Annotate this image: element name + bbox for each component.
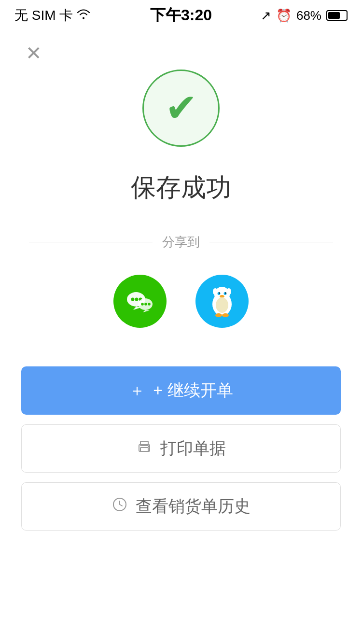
- share-qq-button[interactable]: [195, 275, 249, 328]
- alarm-icon: ⏰: [276, 8, 292, 23]
- continue-button[interactable]: ＋ + 继续开单: [21, 366, 341, 415]
- continue-label: + 继续开单: [153, 379, 233, 402]
- plus-icon: ＋: [129, 379, 145, 402]
- action-buttons: ＋ + 继续开单 打印单据 查看销货单历: [0, 366, 362, 531]
- status-time: 下午3:20: [150, 5, 212, 26]
- print-icon: [136, 438, 153, 459]
- status-bar: 无 SIM 卡 下午3:20 ↗ ⏰ 68%: [0, 0, 362, 31]
- history-icon: [111, 496, 128, 517]
- share-icons: [113, 275, 249, 328]
- share-label: 分享到: [153, 234, 209, 251]
- qq-icon: [207, 285, 237, 318]
- svg-point-12: [219, 293, 220, 294]
- svg-point-18: [213, 288, 218, 295]
- share-wechat-button[interactable]: [113, 275, 167, 328]
- success-title: 保存成功: [131, 171, 231, 205]
- location-icon: ↗: [261, 8, 271, 23]
- svg-point-16: [215, 313, 222, 317]
- close-button[interactable]: ✕: [19, 39, 48, 68]
- print-button[interactable]: 打印单据: [21, 424, 341, 473]
- history-button[interactable]: 查看销货单历史: [21, 482, 341, 531]
- svg-point-19: [226, 288, 231, 295]
- svg-point-1: [131, 298, 135, 301]
- svg-point-13: [225, 293, 226, 294]
- print-label: 打印单据: [160, 437, 226, 460]
- checkmark-icon: ✔: [165, 89, 197, 127]
- svg-point-5: [141, 303, 144, 306]
- svg-point-23: [148, 446, 150, 448]
- battery-icon: [326, 10, 348, 21]
- divider-left: [29, 242, 153, 242]
- close-icon: ✕: [26, 42, 42, 64]
- svg-point-17: [222, 313, 229, 317]
- history-label: 查看销货单历史: [136, 495, 251, 518]
- wechat-icon: [124, 285, 156, 318]
- battery-percent: 68%: [296, 8, 321, 23]
- svg-point-2: [135, 298, 139, 301]
- sim-status: 无 SIM 卡: [14, 6, 73, 25]
- divider-right: [209, 242, 333, 242]
- svg-point-7: [148, 303, 151, 306]
- svg-point-6: [144, 303, 147, 306]
- main-content: ✔ 保存成功 分享到: [0, 31, 362, 531]
- status-left: 无 SIM 卡: [14, 6, 90, 25]
- wifi-icon: [77, 8, 90, 23]
- success-circle: ✔: [142, 70, 220, 147]
- status-right: ↗ ⏰ 68%: [261, 8, 348, 23]
- svg-point-15: [216, 297, 228, 313]
- share-divider: 分享到: [0, 234, 362, 251]
- svg-rect-22: [140, 448, 148, 451]
